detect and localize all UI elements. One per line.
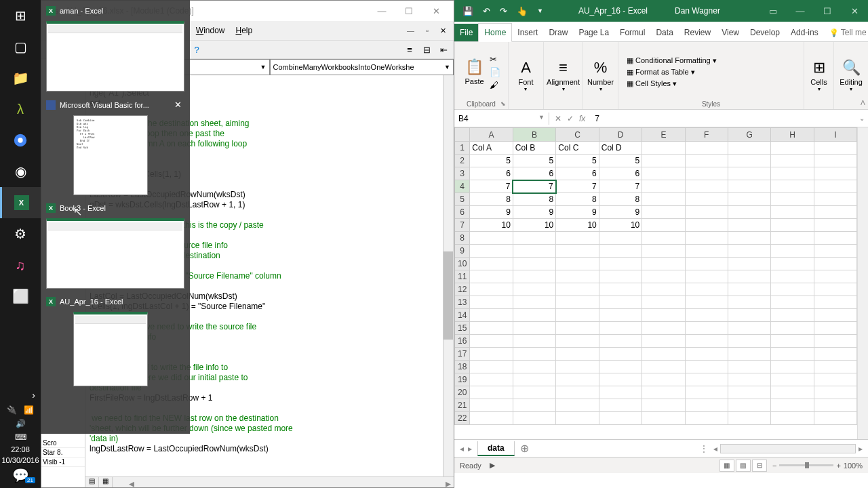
name-box[interactable]: B4▼: [454, 113, 549, 125]
wifi-icon[interactable]: 📶: [24, 405, 34, 415]
page-break-view-button[interactable]: ⊟: [752, 460, 767, 472]
cell[interactable]: [513, 270, 555, 283]
volume-icon[interactable]: 🔊: [16, 419, 26, 428]
cell[interactable]: [642, 245, 685, 258]
close-button[interactable]: ✕: [841, 1, 868, 20]
excel-taskbar-icon[interactable]: X: [0, 187, 41, 218]
cell[interactable]: [599, 245, 642, 258]
cell[interactable]: [814, 412, 856, 425]
cell[interactable]: [513, 386, 555, 399]
format-painter-button[interactable]: 🖌: [490, 80, 500, 90]
cell[interactable]: [513, 245, 555, 258]
cell[interactable]: [556, 245, 599, 258]
cell[interactable]: [771, 412, 814, 425]
cell[interactable]: [728, 232, 770, 245]
cell[interactable]: 10: [470, 219, 513, 232]
cell[interactable]: [599, 322, 642, 335]
cell[interactable]: [556, 296, 599, 309]
cell[interactable]: [728, 386, 770, 399]
cell[interactable]: [771, 296, 814, 309]
procedure-view-button[interactable]: ▤: [85, 477, 99, 487]
cell[interactable]: [470, 335, 513, 348]
power-icon[interactable]: 🔌: [7, 405, 17, 415]
cell[interactable]: [771, 245, 814, 258]
paste-button[interactable]: 📋Paste: [462, 57, 486, 87]
tab-addins[interactable]: Add-ins: [785, 24, 824, 41]
window-thumbnail[interactable]: [46, 21, 184, 92]
select-all-corner[interactable]: [455, 128, 470, 142]
sheet-nav-next[interactable]: ▸: [468, 444, 472, 453]
cell[interactable]: [470, 348, 513, 361]
cell[interactable]: [470, 245, 513, 258]
cell[interactable]: [642, 296, 685, 309]
conditional-formatting-button[interactable]: ▦ Conditional Formatting ▾: [625, 56, 718, 66]
cell[interactable]: [728, 348, 770, 361]
cell[interactable]: [685, 219, 728, 232]
cell[interactable]: 7: [556, 180, 599, 193]
expand-formula-bar-button[interactable]: ⌄: [856, 115, 868, 122]
cell[interactable]: [470, 309, 513, 322]
number-group-button[interactable]: %Number▾: [585, 58, 616, 94]
cell[interactable]: [599, 309, 642, 322]
outdent-button[interactable]: ⇤: [436, 42, 451, 57]
touch-mode-button[interactable]: 👆: [514, 5, 530, 18]
vertical-scrollbar[interactable]: [857, 127, 868, 439]
cell[interactable]: [685, 296, 728, 309]
cell[interactable]: [685, 283, 728, 296]
cell[interactable]: [771, 219, 814, 232]
cell[interactable]: [728, 322, 770, 335]
column-header[interactable]: H: [771, 128, 814, 142]
cell[interactable]: [685, 322, 728, 335]
clock-time[interactable]: 22:08: [0, 444, 41, 455]
vertical-scrollbar[interactable]: [443, 75, 454, 476]
cell[interactable]: [642, 361, 685, 373]
cell[interactable]: [814, 142, 856, 155]
cell[interactable]: [685, 270, 728, 283]
row-header[interactable]: 21: [455, 399, 470, 412]
property-row[interactable]: Star 8.: [41, 448, 85, 458]
cell[interactable]: [814, 386, 856, 399]
row-header[interactable]: 19: [455, 373, 470, 386]
cell[interactable]: [556, 373, 599, 386]
cell[interactable]: [599, 386, 642, 399]
cancel-formula-button[interactable]: ✕: [555, 114, 561, 123]
editing-group-button[interactable]: 🔍Editing▾: [837, 58, 865, 94]
cell[interactable]: [513, 283, 555, 296]
cell[interactable]: Col B: [513, 142, 555, 155]
row-header[interactable]: 7: [455, 219, 470, 232]
cell[interactable]: [470, 283, 513, 296]
cell[interactable]: [814, 155, 856, 167]
cell[interactable]: [599, 348, 642, 361]
cell[interactable]: [728, 412, 770, 425]
cell[interactable]: [771, 335, 814, 348]
sheet-tab-data[interactable]: data: [477, 441, 515, 456]
cell[interactable]: [556, 309, 599, 322]
cell[interactable]: [513, 361, 555, 373]
column-header[interactable]: B: [513, 128, 555, 142]
tab-insert[interactable]: Insert: [512, 24, 543, 41]
sheet-nav-prev[interactable]: ◂: [460, 444, 464, 453]
row-header[interactable]: 9: [455, 245, 470, 258]
cell[interactable]: [685, 386, 728, 399]
cell[interactable]: [814, 232, 856, 245]
cell[interactable]: [685, 206, 728, 219]
cell[interactable]: [771, 373, 814, 386]
cell[interactable]: [685, 232, 728, 245]
cell[interactable]: [642, 373, 685, 386]
cell[interactable]: [470, 373, 513, 386]
column-header[interactable]: F: [685, 128, 728, 142]
cell[interactable]: [556, 348, 599, 361]
tell-me-search[interactable]: Tell me: [824, 24, 868, 41]
row-header[interactable]: 14: [455, 309, 470, 322]
zoom-slider[interactable]: [779, 464, 833, 466]
tab-review[interactable]: Review: [679, 24, 716, 41]
cell[interactable]: [642, 232, 685, 245]
zoom-level[interactable]: 100%: [844, 462, 863, 470]
toggle-full-view-button[interactable]: ⊟: [419, 42, 434, 57]
cell[interactable]: [728, 373, 770, 386]
cell[interactable]: [513, 348, 555, 361]
cell[interactable]: [599, 399, 642, 412]
switcher-item-aman[interactable]: X aman - Excel: [41, 3, 190, 92]
cell[interactable]: [771, 180, 814, 193]
procedure-dropdown[interactable]: CombineManyWorkbooksIntoOneWorkshe▼: [270, 59, 454, 75]
